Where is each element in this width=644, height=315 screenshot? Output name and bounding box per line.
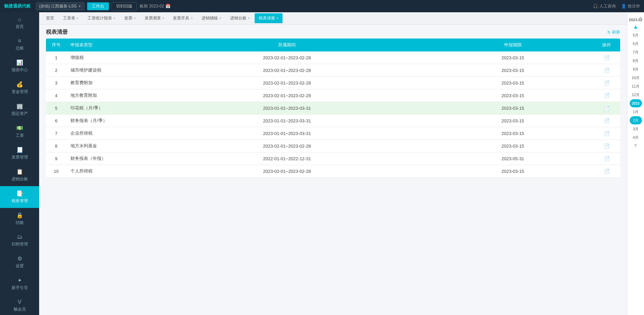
tab-home[interactable]: 首页 [42,13,58,23]
sidebar-item-close[interactable]: 🔒 结账 [0,208,39,230]
month-item[interactable]: 7月 [630,48,642,56]
cell-deadline: 2023-03-15 [433,140,593,152]
page-header: 税表清册 ↻ 刷新 [39,25,627,39]
cell-type: 企业所得税 [66,127,141,140]
cell-deadline: 2023-03-15 [433,51,593,64]
month-item[interactable]: 10月 [630,74,642,82]
tab-purchase-check[interactable]: 进销稽核 × [197,13,225,23]
chevron-down-icon: ▼ [78,4,81,8]
sidebar-item-fund[interactable]: 💰 资金管理 [0,77,39,99]
sidebar-label-purchase: 进销台账 [12,176,28,182]
tab-purchase-ledger[interactable]: 进销台账 × [226,13,254,23]
scroll-up-icon[interactable]: ▲ [633,24,639,30]
cell-no: 4 [46,89,66,102]
tab-close-icon[interactable]: × [276,16,278,20]
tab-close-icon[interactable]: × [113,16,115,20]
sidebar-item-home[interactable]: ⌂ 首页 [0,12,39,34]
switch-version-button[interactable]: 切到旧版 [112,2,137,11]
right-panel-close-icon[interactable]: × [639,15,642,20]
cell-action: 📄 [593,115,620,127]
scroll-down-icon[interactable]: ▼ [633,142,639,149]
tab-salary-table[interactable]: 工资表 × [59,13,83,23]
sidebar-item-guide[interactable]: ✦ 新手引导 [0,273,39,295]
cell-no: 7 [46,127,66,140]
month-item[interactable]: 3月 [630,125,642,133]
month-item[interactable]: 4月 [630,133,642,141]
file-icon[interactable]: 📄 [604,80,610,86]
file-icon[interactable]: 📄 [604,131,610,136]
table-row[interactable]: 1 增值税 2023-02-01~2023-02-28 2023-03-15 📄 [46,51,620,64]
tab-salary-report[interactable]: 工资统计报表 × [83,13,119,23]
table-row[interactable]: 6 财务报表（月/季） 2023-01-01~2023-03-31 2023-0… [46,115,620,127]
tab-close-icon[interactable]: × [219,16,221,20]
tab-close-icon[interactable]: × [77,16,79,20]
workbench-button[interactable]: 工作台 [87,2,109,10]
file-icon[interactable]: 📄 [604,118,610,123]
table-row[interactable]: 3 教育费附加 2023-02-01~2023-02-28 2023-03-15… [46,77,620,89]
sidebar-item-ledger[interactable]: ≡ 总账 [0,34,39,55]
cell-no: 1 [46,51,66,64]
sidebar-item-purchase[interactable]: 📋 进销台账 [0,164,39,186]
invoice-icon: 🧾 [16,147,23,153]
table-row[interactable]: 7 企业所得税 2023-01-01~2023-03-31 2023-03-15… [46,127,620,140]
month-item[interactable]: 5月 [630,31,642,39]
col-action: 操作 [593,39,620,51]
company-selector[interactable]: (勿动) 江西服装-LSS ▼ [36,2,84,10]
member-icon: V [18,299,21,305]
table-row[interactable]: 4 地方教育附加 2023-02-01~2023-02-28 2023-03-1… [46,89,620,102]
tab-invoice-open[interactable]: 发票开具 × [169,13,197,23]
file-icon[interactable]: 📄 [604,105,610,111]
tab-close-icon[interactable]: × [134,16,136,20]
period-label: 账期 2023-02 📅 [140,3,171,9]
cell-type: 财务报表（年报） [66,152,141,165]
month-item[interactable]: 6月 [630,40,642,48]
sidebar-item-settings[interactable]: ⚙ 设置 [0,251,39,273]
month-item[interactable]: 9月 [630,65,642,73]
table-row[interactable]: 10 个人所得税 2023-02-01~2023-02-28 2023-03-1… [46,165,620,178]
cell-action: 📄 [593,127,620,140]
sidebar-item-tax[interactable]: 📑 税务管理 [0,186,39,208]
year-badge[interactable]: 2023 [630,99,642,107]
tab-tax-table[interactable]: 税表清册 × [255,13,283,23]
cell-period: 2023-01-01~2023-03-31 [141,102,433,115]
table-row[interactable]: 9 财务报表（年报） 2022-01-01~2022-12-31 2023-05… [46,152,620,165]
table-row[interactable]: 5 印花税（月/季） 2023-01-01~2023-03-31 2023-03… [46,102,620,115]
tab-close-icon[interactable]: × [162,16,164,20]
sidebar-label-settings: 设置 [16,263,24,269]
refresh-button[interactable]: ↻ 刷新 [607,29,620,35]
cell-period: 2023-02-01~2023-02-28 [141,165,433,178]
tab-close-icon[interactable]: × [191,16,193,20]
file-icon[interactable]: 📄 [604,55,610,60]
cell-action: 📄 [593,152,620,165]
file-icon[interactable]: 📄 [604,93,610,98]
sidebar-item-archive[interactable]: 🗂 归档管理 [0,230,39,251]
file-icon[interactable]: 📄 [604,168,610,174]
sidebar-item-asset[interactable]: 🏢 固定资产 [0,99,39,121]
consultation-label[interactable]: 🎧 人工咨询 [593,3,616,9]
cell-action: 📄 [593,51,620,64]
file-icon[interactable]: 📄 [604,68,610,73]
table-row[interactable]: 8 地方水利基金 2023-02-01~2023-02-28 2023-03-1… [46,140,620,152]
file-icon[interactable]: 📄 [604,143,610,149]
user-info[interactable]: 👤 徐泾华 [621,3,640,9]
month-item[interactable]: 1月 [630,108,642,116]
month-item[interactable]: 12月 [630,91,642,99]
month-item[interactable]: 2月 [630,116,642,124]
tab-close-icon[interactable]: × [248,16,250,20]
table-row[interactable]: 2 城市维护建设税 2023-02-01~2023-02-28 2023-03-… [46,64,620,77]
top-bar: 畅捷通易代账 (勿动) 江西服装-LSS ▼ 工作台 切到旧版 账期 2023-… [0,0,644,12]
cell-no: 3 [46,77,66,89]
cell-period: 2023-02-01~2023-02-28 [141,51,433,64]
tab-invoice-calc[interactable]: 发票测算 × [141,13,168,23]
headset-icon: 🎧 [593,4,598,9]
sidebar-item-salary[interactable]: 💵 工资 [0,121,39,142]
sidebar-item-invoice[interactable]: 🧾 发票管理 [0,142,39,164]
tab-invoice[interactable]: 发票 × [120,13,140,23]
month-item[interactable]: 8月 [630,57,642,65]
sidebar-label-guide: 新手引导 [12,285,28,291]
file-icon[interactable]: 📄 [604,156,610,161]
sidebar-item-member[interactable]: V 畅会员 [0,295,39,315]
cell-no: 5 [46,102,66,115]
sidebar-item-report[interactable]: 📊 报表中心 [0,55,39,77]
month-item[interactable]: 11月 [630,82,642,90]
